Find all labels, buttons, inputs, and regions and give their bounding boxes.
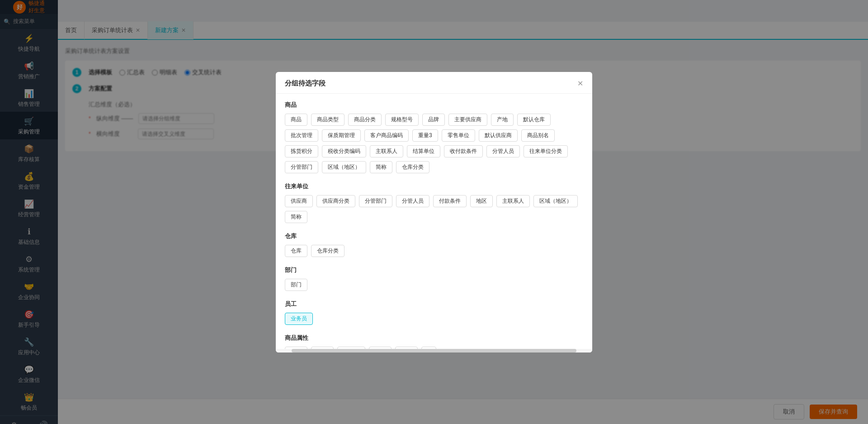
field-tag-goods-category[interactable]: 商品分类	[348, 114, 382, 126]
field-tag-payment-terms[interactable]: 收付款条件	[444, 145, 483, 157]
field-tag-abbr[interactable]: 简称	[370, 161, 392, 164]
field-tag-main-contact[interactable]: 主联系人	[370, 145, 403, 157]
field-tag-default-warehouse[interactable]: 默认仓库	[517, 114, 551, 126]
field-tag-settlement-unit[interactable]: 结算单位	[407, 145, 440, 157]
goods-section: 商品 商品 商品类型 商品分类 规格型号 品牌 主要供应商 产地 默认仓库 批次…	[285, 101, 583, 164]
goods-section-title: 商品	[285, 101, 583, 109]
modal-overlay: 分组待选字段 ✕ 商品 商品 商品类型 商品分类 规格型号 品牌 主要供应商 产…	[0, 0, 868, 164]
field-tag-goods[interactable]: 商品	[285, 114, 307, 126]
field-tag-customer-code[interactable]: 客户商品编码	[364, 129, 409, 142]
field-tag-batch[interactable]: 批次管理	[285, 129, 318, 142]
field-tag-tax-code[interactable]: 税收分类编码	[322, 145, 366, 157]
field-tag-expiry[interactable]: 保质期管理	[322, 129, 361, 142]
field-tag-main-supplier[interactable]: 主要供应商	[448, 114, 487, 126]
modal-body: 商品 商品 商品类型 商品分类 规格型号 品牌 主要供应商 产地 默认仓库 批次…	[276, 94, 592, 164]
field-tag-pick-score[interactable]: 拣货积分	[285, 145, 318, 157]
field-tag-alias[interactable]: 商品别名	[521, 129, 555, 142]
field-tag-origin[interactable]: 产地	[491, 114, 514, 126]
modal-close-button[interactable]: ✕	[577, 79, 583, 88]
modal-title: 分组待选字段	[285, 79, 326, 88]
field-tag-partner-category[interactable]: 往来单位分类	[524, 145, 568, 157]
field-tag-spec[interactable]: 规格型号	[385, 114, 419, 126]
goods-field-tags: 商品 商品类型 商品分类 规格型号 品牌 主要供应商 产地 默认仓库 批次管理 …	[285, 114, 583, 164]
field-tag-retail-unit[interactable]: 零售单位	[442, 129, 475, 142]
field-tag-brand[interactable]: 品牌	[422, 114, 445, 126]
field-tag-manager[interactable]: 分管人员	[486, 145, 520, 157]
field-tag-default-supplier[interactable]: 默认供应商	[479, 129, 518, 142]
field-tag-warehouse-cat[interactable]: 仓库分类	[396, 161, 429, 164]
modal-header: 分组待选字段 ✕	[276, 72, 592, 94]
field-select-modal: 分组待选字段 ✕ 商品 商品 商品类型 商品分类 规格型号 品牌 主要供应商 产…	[276, 72, 592, 164]
field-tag-dept[interactable]: 分管部门	[285, 161, 318, 164]
field-tag-region[interactable]: 区域（地区）	[322, 161, 366, 164]
field-tag-weight[interactable]: 重量3	[412, 129, 438, 142]
field-tag-goods-type[interactable]: 商品类型	[311, 114, 344, 126]
